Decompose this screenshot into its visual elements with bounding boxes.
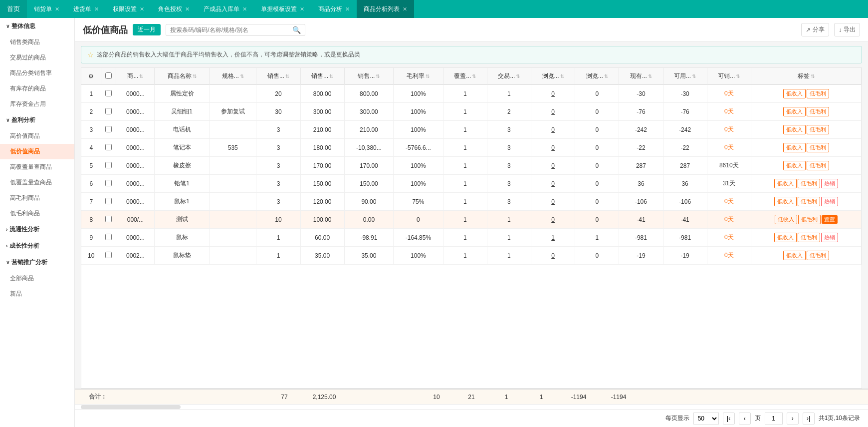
search-input[interactable] — [170, 26, 292, 33]
nav-permission[interactable]: 权限设置 ✕ — [106, 0, 151, 18]
sidebar-item-all-products[interactable]: 全部商品 — [0, 271, 74, 286]
checkbox-cell[interactable] — [101, 193, 116, 211]
per-page-select[interactable]: 50 20 100 — [693, 413, 719, 425]
sales-price-column-header[interactable]: 销售...⇅ — [300, 68, 344, 85]
available-column-header[interactable]: 可用...⇅ — [663, 68, 707, 85]
sidebar-item-high-margin[interactable]: 高毛利商品 — [0, 190, 74, 206]
tags-cell: 低收入低毛利热销 — [751, 229, 861, 247]
checkbox-cell[interactable] — [101, 229, 116, 247]
sidebar-item-traded-products[interactable]: 交易过的商品 — [0, 50, 74, 65]
share-button[interactable]: ↗ 分享 — [801, 23, 829, 36]
sidebar-item-high-value[interactable]: 高价值商品 — [0, 128, 74, 144]
browse1-cell[interactable]: 1 — [531, 229, 575, 247]
nav-product-analysis-list[interactable]: 商品分析列表 ✕ — [357, 0, 414, 18]
filter-button[interactable]: 近一月 — [133, 24, 161, 35]
sales-qty-cell: 10 — [256, 211, 300, 229]
sidebar-section-profit[interactable]: ∨ 盈利分析 — [0, 112, 74, 128]
browse1-column-header[interactable]: 浏览...⇅ — [531, 68, 575, 85]
spec-column-header[interactable]: 规格...⇅ — [210, 68, 256, 85]
checkbox-cell[interactable] — [101, 175, 116, 193]
sales-qty-column-header[interactable]: 销售...⇅ — [256, 68, 300, 85]
tags-column-header[interactable]: 标签⇅ — [751, 68, 861, 85]
row-checkbox[interactable] — [105, 126, 112, 132]
row-checkbox[interactable] — [105, 162, 112, 168]
close-icon[interactable]: ✕ — [94, 6, 99, 12]
code-column-header[interactable]: 商...⇅ — [116, 68, 155, 85]
horizontal-scrollbar[interactable] — [75, 404, 868, 409]
row-checkbox[interactable] — [105, 180, 112, 186]
close-icon[interactable]: ✕ — [300, 6, 304, 12]
select-all-checkbox[interactable] — [105, 72, 112, 79]
nav-role-auth[interactable]: 角色授权 ✕ — [151, 0, 197, 18]
checkbox-cell[interactable] — [101, 139, 116, 157]
nav-product-inbound[interactable]: 产成品入库单 ✕ — [197, 0, 254, 18]
nav-purchase-order[interactable]: 进货单 ✕ — [66, 0, 106, 18]
sidebar-item-low-coverage[interactable]: 低覆盖量查商品 — [0, 175, 74, 190]
browse1-cell[interactable]: 0 — [531, 121, 575, 139]
name-column-header[interactable]: 商品名称⇅ — [155, 68, 210, 85]
sidebar-item-low-value[interactable]: 低价值商品 — [0, 144, 74, 159]
data-table-wrapper[interactable]: ⚙ 商...⇅ 商品名称⇅ 规格...⇅ 销售...⇅ 销售...⇅ 销售...… — [81, 67, 862, 389]
nav-sales-order[interactable]: 销货单 ✕ — [27, 0, 66, 18]
transaction-column-header[interactable]: 交易...⇅ — [487, 68, 531, 85]
checkbox-cell[interactable] — [101, 103, 116, 121]
sidebar-item-low-margin[interactable]: 低毛利商品 — [0, 206, 74, 221]
nav-home[interactable]: 首页 — [0, 0, 27, 18]
sidebar-item-in-stock[interactable]: 有库存的商品 — [0, 81, 74, 96]
page-input[interactable] — [765, 413, 783, 425]
close-icon[interactable]: ✕ — [185, 6, 190, 12]
browse1-cell[interactable]: 0 — [531, 139, 575, 157]
last-page-button[interactable]: ›| — [803, 413, 815, 425]
settings-column-header[interactable]: ⚙ — [81, 68, 101, 85]
close-icon[interactable]: ✕ — [140, 6, 144, 12]
sales-amount-column-header[interactable]: 销售...⇅ — [344, 68, 393, 85]
sales-qty-cell: 3 — [256, 139, 300, 157]
first-page-button[interactable]: |‹ — [723, 413, 735, 425]
checkbox-cell[interactable] — [101, 121, 116, 139]
coverage-column-header[interactable]: 覆盖...⇅ — [443, 68, 487, 85]
nav-template[interactable]: 单据模板设置 ✕ — [254, 0, 311, 18]
sidebar-item-sales-products[interactable]: 销售类商品 — [0, 34, 74, 50]
checkbox-cell[interactable] — [101, 85, 116, 103]
sidebar-section-circulation[interactable]: › 流通性分析 — [0, 221, 74, 238]
browse1-cell[interactable]: 0 — [531, 247, 575, 265]
browse1-cell[interactable]: 0 — [531, 211, 575, 229]
checkbox-cell[interactable] — [101, 211, 116, 229]
search-icon[interactable]: 🔍 — [292, 26, 301, 34]
browse1-cell[interactable]: 0 — [531, 85, 575, 103]
spec-cell — [210, 211, 256, 229]
sidebar-section-marketing[interactable]: ∨ 营销推广分析 — [0, 254, 74, 271]
row-checkbox[interactable] — [105, 90, 112, 96]
browse1-cell[interactable]: 0 — [531, 103, 575, 121]
browse2-column-header[interactable]: 浏览...⇅ — [575, 68, 619, 85]
close-icon[interactable]: ✕ — [242, 6, 247, 12]
row-checkbox[interactable] — [105, 216, 112, 222]
prev-page-button[interactable]: ‹ — [739, 413, 751, 425]
browse1-cell[interactable]: 0 — [531, 175, 575, 193]
next-page-button[interactable]: › — [787, 413, 799, 425]
checkbox-column-header[interactable] — [101, 68, 116, 85]
sidebar-item-new-products[interactable]: 新品 — [0, 286, 74, 302]
sidebar-section-overall[interactable]: ∨ 整体信息 — [0, 18, 74, 34]
close-icon[interactable]: ✕ — [345, 6, 350, 12]
margin-column-header[interactable]: 毛利率⇅ — [394, 68, 443, 85]
nav-product-analysis[interactable]: 商品分析 ✕ — [311, 0, 357, 18]
checkbox-cell[interactable] — [101, 247, 116, 265]
row-checkbox[interactable] — [105, 252, 112, 258]
sidebar-item-category-sales-rate[interactable]: 商品分类销售率 — [0, 65, 74, 81]
close-icon[interactable]: ✕ — [403, 6, 407, 12]
row-checkbox[interactable] — [105, 108, 112, 114]
sidebar-item-high-coverage[interactable]: 高覆盖量查商品 — [0, 159, 74, 175]
browse1-cell[interactable]: 0 — [531, 193, 575, 211]
row-checkbox[interactable] — [105, 234, 112, 240]
close-icon[interactable]: ✕ — [55, 6, 59, 12]
current-column-header[interactable]: 现有...⇅ — [619, 68, 663, 85]
sellable-column-header[interactable]: 可销...⇅ — [707, 68, 751, 85]
export-button[interactable]: ↓ 导出 — [834, 23, 860, 36]
row-checkbox[interactable] — [105, 198, 112, 204]
browse1-cell[interactable]: 0 — [531, 157, 575, 175]
checkbox-cell[interactable] — [101, 157, 116, 175]
row-checkbox[interactable] — [105, 144, 112, 150]
sidebar-item-inventory-capital[interactable]: 库存资金占用 — [0, 96, 74, 112]
sidebar-section-growth[interactable]: › 成长性分析 — [0, 238, 74, 254]
